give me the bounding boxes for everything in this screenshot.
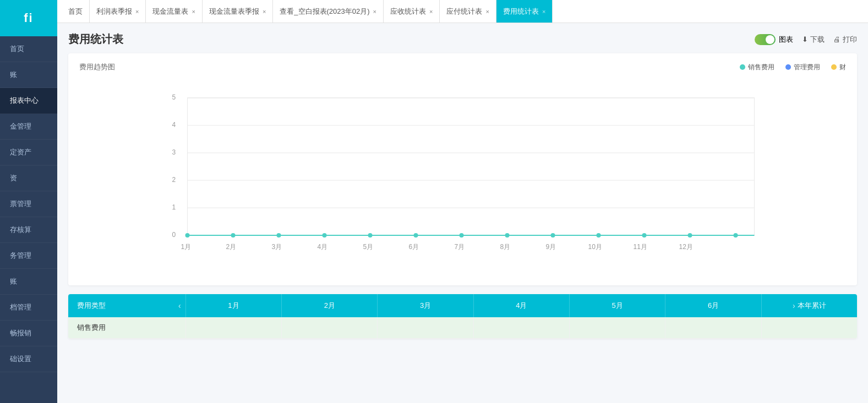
page-title: 费用统计表	[68, 32, 123, 47]
close-tab-blank-report[interactable]: ×	[373, 8, 376, 15]
svg-rect-12	[188, 98, 755, 235]
svg-point-18	[414, 233, 418, 238]
th-m1: 1月	[186, 294, 282, 317]
tab-bar: 首页 利润表季报 × 现金流量表 × 现金流量表季报 × 查看_空白报表(202…	[57, 0, 868, 23]
chart-title: 费用趋势图	[79, 62, 115, 72]
tab-home[interactable]: 首页	[62, 0, 90, 23]
svg-text:4: 4	[172, 121, 176, 129]
content-area: 费用统计表 图表 ⬇ 下载 🖨 打印 费用趋势图	[57, 23, 868, 403]
td-m3	[378, 317, 473, 338]
chart-toggle-label: 图表	[779, 35, 793, 45]
chart-svg-container: 5 4 3 2 1 0	[79, 79, 846, 277]
trend-chart: 5 4 3 2 1 0	[79, 79, 846, 277]
legend-admin: 管理费用	[785, 63, 820, 72]
svg-text:1: 1	[172, 203, 176, 211]
print-icon: 🖨	[833, 35, 840, 43]
svg-point-21	[551, 233, 555, 238]
svg-text:10月: 10月	[588, 243, 602, 251]
tab-cashflow-quarter[interactable]: 现金流量表季报 ×	[203, 0, 273, 23]
legend-label-sales: 销售费用	[748, 63, 774, 72]
sidebar-item-invoice[interactable]: 票管理	[0, 191, 57, 217]
tab-expense-stat[interactable]: 费用统计表 ×	[496, 0, 553, 23]
tab-profit[interactable]: 利润表季报 ×	[90, 0, 146, 23]
chart-header: 费用趋势图 销售费用 管理费用 财	[79, 62, 846, 72]
close-tab-payable[interactable]: ×	[485, 8, 489, 15]
svg-point-15	[277, 233, 281, 238]
svg-point-22	[597, 233, 601, 238]
print-button[interactable]: 🖨 打印	[833, 35, 857, 45]
svg-point-20	[505, 233, 510, 238]
th-m2: 2月	[282, 294, 378, 317]
svg-text:5: 5	[172, 93, 176, 101]
close-tab-cashflow-quarter[interactable]: ×	[263, 8, 266, 15]
svg-point-14	[231, 233, 236, 238]
svg-text:7月: 7月	[455, 243, 465, 251]
sidebar-item-account[interactable]: 账	[0, 62, 57, 88]
svg-point-23	[642, 233, 647, 238]
tab-cashflow[interactable]: 现金流量表 ×	[146, 0, 202, 23]
expense-table: 费用类型 ‹ 1月 2月 3月 4月 5月	[68, 294, 857, 339]
close-tab-receivable[interactable]: ×	[429, 8, 433, 15]
svg-text:5月: 5月	[363, 243, 374, 251]
legend-label-finance: 财	[839, 63, 846, 72]
svg-text:11月: 11月	[634, 243, 647, 251]
tab-blank-report[interactable]: 查看_空白报表(2023年02月) ×	[273, 0, 384, 23]
download-label: 下载	[810, 35, 825, 45]
sidebar-item-archive[interactable]: 档管理	[0, 295, 57, 321]
sidebar-item-inventory[interactable]: 存核算	[0, 217, 57, 243]
chart-card: 费用趋势图 销售费用 管理费用 财	[68, 53, 857, 285]
legend-label-admin: 管理费用	[794, 63, 820, 72]
chart-legend: 销售费用 管理费用 财	[740, 63, 846, 72]
chart-toggle[interactable]	[755, 34, 776, 45]
next-arrow[interactable]: ›	[793, 301, 795, 310]
sidebar-item-ledger[interactable]: 账	[0, 269, 57, 295]
print-label: 打印	[843, 35, 857, 45]
svg-point-17	[368, 233, 373, 238]
th-m3: 3月	[378, 294, 473, 317]
close-tab-cashflow[interactable]: ×	[192, 8, 195, 15]
legend-dot-sales	[740, 64, 745, 70]
table-row: 销售费用	[68, 317, 857, 339]
legend-dot-finance	[831, 64, 837, 70]
page-header: 费用统计表 图表 ⬇ 下载 🖨 打印	[57, 23, 868, 53]
th-m4: 4月	[474, 294, 570, 317]
td-m5	[570, 317, 665, 338]
sidebar-item-fund[interactable]: 金管理	[0, 114, 57, 140]
legend-sales: 销售费用	[740, 63, 774, 72]
close-tab-expense-stat[interactable]: ×	[542, 8, 545, 15]
th-m5: 5月	[570, 294, 665, 317]
svg-text:3: 3	[172, 148, 176, 156]
sidebar-item-settings[interactable]: 础设置	[0, 346, 57, 372]
sidebar-item-salary[interactable]: 资	[0, 165, 57, 191]
prev-arrow[interactable]: ‹	[178, 301, 181, 310]
svg-text:3月: 3月	[272, 243, 282, 251]
svg-point-24	[688, 233, 692, 238]
download-button[interactable]: ⬇ 下载	[802, 35, 825, 45]
td-ytd	[762, 317, 857, 338]
svg-text:4月: 4月	[318, 243, 328, 251]
tab-receivable[interactable]: 应收统计表 ×	[384, 0, 440, 23]
close-tab-profit[interactable]: ×	[135, 8, 139, 15]
th-type-label: 费用类型	[77, 301, 106, 311]
sidebar-item-service[interactable]: 务管理	[0, 243, 57, 269]
sidebar-item-report-center[interactable]: 报表中心	[0, 88, 57, 114]
sidebar-item-fixed-assets[interactable]: 定资产	[0, 140, 57, 165]
download-icon: ⬇	[802, 35, 808, 43]
tab-payable[interactable]: 应付统计表 ×	[440, 0, 496, 23]
app-logo: fi	[0, 0, 57, 36]
svg-text:8月: 8月	[500, 243, 511, 251]
main-area: 首页 利润表季报 × 现金流量表 × 现金流量表季报 × 查看_空白报表(202…	[57, 0, 868, 403]
td-m1	[186, 317, 282, 338]
th-type: 费用类型 ‹	[68, 294, 186, 317]
sidebar-item-home[interactable]: 首页	[0, 36, 57, 62]
svg-text:12月: 12月	[679, 243, 693, 251]
svg-text:9月: 9月	[546, 243, 556, 251]
legend-finance: 财	[831, 63, 846, 72]
sidebar-item-expense[interactable]: 畅报销	[0, 321, 57, 346]
td-m2	[282, 317, 378, 338]
table-header: 费用类型 ‹ 1月 2月 3月 4月 5月	[68, 294, 857, 317]
svg-point-25	[734, 233, 738, 238]
svg-point-19	[460, 233, 464, 238]
svg-text:2月: 2月	[226, 243, 237, 251]
sidebar: fi 首页 账 报表中心 金管理 定资产 资 票管理 存核算 务管理 账 档管理…	[0, 0, 57, 403]
